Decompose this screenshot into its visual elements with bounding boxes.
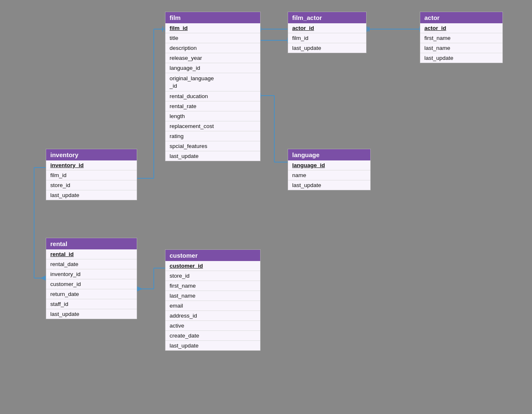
column-inventory-store_id: store_id: [46, 180, 137, 190]
svg-marker-31: [40, 276, 46, 281]
column-rental-customer_id: customer_id: [46, 279, 137, 289]
column-film-rating: rating: [165, 131, 260, 141]
table-language: languagelanguage_idnamelast_update: [288, 149, 371, 190]
column-customer-store_id: store_id: [165, 271, 260, 281]
column-film-description: description: [165, 43, 260, 53]
column-customer-last_name: last_name: [165, 291, 260, 301]
column-customer-create_date: create_date: [165, 331, 260, 341]
column-language-language_id: language_id: [288, 160, 370, 170]
table-inventory: inventoryinventory_idfilm_idstore_idlast…: [46, 149, 137, 200]
column-film-title: title: [165, 33, 260, 43]
column-film-film_id: film_id: [165, 23, 260, 33]
column-language-last_update: last_update: [288, 180, 370, 190]
column-film_actor-actor_id: actor_id: [288, 23, 366, 33]
column-film-last_update: last_update: [165, 151, 260, 161]
column-customer-first_name: first_name: [165, 281, 260, 291]
table-header-language: language: [288, 149, 370, 160]
table-header-rental: rental: [46, 238, 137, 249]
table-film_actor: film_actoractor_idfilm_idlast_update: [288, 12, 367, 53]
column-film_actor-last_update: last_update: [288, 43, 366, 53]
column-customer-last_update: last_update: [165, 341, 260, 350]
column-rental-rental_date: rental_date: [46, 259, 137, 269]
table-rental: rentalrental_idrental_dateinventory_idcu…: [46, 238, 137, 319]
column-customer-address_id: address_id: [165, 311, 260, 321]
column-film-length: length: [165, 111, 260, 121]
table-header-film_actor: film_actor: [288, 12, 366, 23]
column-customer-email: email: [165, 301, 260, 311]
column-inventory-last_update: last_update: [46, 190, 137, 200]
svg-marker-36: [137, 286, 143, 291]
column-actor-actor_id: actor_id: [420, 23, 502, 33]
column-customer-active: active: [165, 321, 260, 331]
column-film-original_language_id: original_language_id: [165, 73, 260, 91]
table-customer: customercustomer_idstore_idfirst_namelas…: [165, 249, 261, 351]
column-actor-first_name: first_name: [420, 33, 502, 43]
svg-line-9: [367, 27, 369, 29]
column-rental-staff_id: staff_id: [46, 299, 137, 309]
column-actor-last_update: last_update: [420, 53, 502, 63]
column-customer-customer_id: customer_id: [165, 261, 260, 271]
column-rental-last_update: last_update: [46, 309, 137, 319]
table-film: filmfilm_idtitledescriptionrelease_yearl…: [165, 12, 261, 161]
column-film-rental_ducation: rental_ducation: [165, 91, 260, 101]
column-inventory-inventory_id: inventory_id: [46, 160, 137, 170]
table-header-inventory: inventory: [46, 149, 137, 160]
column-film-replacement_cost: replacement_cost: [165, 121, 260, 131]
column-film-spcial_features: spcial_features: [165, 141, 260, 151]
svg-line-10: [367, 29, 369, 32]
column-film-language_id: language_id: [165, 63, 260, 73]
column-film-release_year: release_year: [165, 53, 260, 63]
column-language-name: name: [288, 170, 370, 180]
column-actor-last_name: last_name: [420, 43, 502, 53]
column-rental-inventory_id: inventory_id: [46, 269, 137, 279]
table-header-actor: actor: [420, 12, 502, 23]
column-inventory-film_id: film_id: [46, 170, 137, 180]
column-film_actor-film_id: film_id: [288, 33, 366, 43]
column-film-rental_rate: rental_rate: [165, 101, 260, 111]
table-header-film: film: [165, 12, 260, 23]
column-rental-rental_id: rental_id: [46, 249, 137, 259]
table-header-customer: customer: [165, 250, 260, 261]
table-actor: actoractor_idfirst_namelast_namelast_upd…: [420, 12, 503, 63]
column-rental-return_date: return_date: [46, 289, 137, 299]
